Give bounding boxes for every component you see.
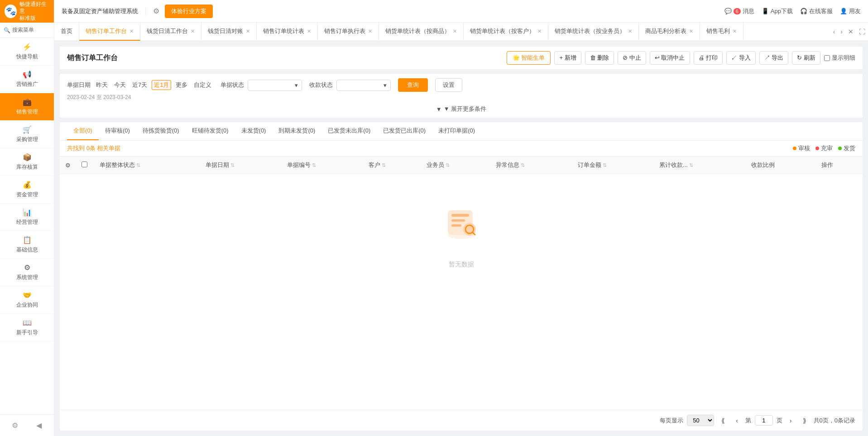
settings-bottom-btn[interactable]: ⚙ — [4, 418, 26, 432]
table-section: 全部(0)待审核(0)待拣货验货(0)旺铺待发货(0)未发货(0)到期未发货(0… — [60, 122, 863, 431]
collapse-btn[interactable]: ◀ — [28, 418, 51, 432]
display-detail-checkbox[interactable]: 显示明细 — [824, 54, 855, 62]
tab-close-sales-summary-product[interactable]: ✕ — [453, 28, 457, 34]
query-btn[interactable]: 查询 — [398, 78, 428, 92]
date-shortcut-today[interactable]: 今天 — [112, 80, 128, 90]
tab-next-btn[interactable]: › — [838, 24, 845, 39]
sub-tab-not-shipped[interactable]: 未发货(0) — [235, 122, 273, 140]
sub-tab-wangpu-pending[interactable]: 旺铺待发货(0) — [186, 122, 235, 140]
tab-close-all-btn[interactable]: ✕ — [845, 24, 856, 39]
review-action-btn[interactable]: 审核 — [793, 144, 810, 152]
page-input[interactable] — [755, 415, 773, 426]
pagination: 每页显示 10 20 50 100 ⟪ ‹ 第 页 › ⟫ — [660, 415, 855, 426]
page-size-select[interactable]: 10 20 50 100 — [687, 415, 714, 426]
unaudit-action-btn[interactable]: 充审 — [815, 144, 833, 152]
tab-close-cash-daily[interactable]: ✕ — [191, 28, 195, 34]
select-all-checkbox[interactable] — [82, 161, 87, 167]
tab-sales-profit[interactable]: 销售毛利✕ — [700, 23, 743, 41]
page-last-btn[interactable]: ⟫ — [799, 415, 810, 426]
tab-sales-stats[interactable]: 销售订单统计表✕ — [257, 23, 318, 41]
sidebar-item-purchase[interactable]: 🛒采购管理 — [0, 121, 54, 148]
tab-sales-exec[interactable]: 销售订单执行表✕ — [318, 23, 379, 41]
table-scroll[interactable]: ⚙ 单据整体状态⇅ 单据日期⇅ — [60, 156, 863, 410]
sub-tab-shipped-out[interactable]: 已发货已出库(0) — [377, 122, 432, 140]
nav-icon-sales: 💼 — [23, 98, 32, 106]
export-btn[interactable]: ↗ 导出 — [759, 51, 789, 65]
sub-tab-pending-check[interactable]: 待拣货验货(0) — [136, 122, 186, 140]
user-btn[interactable]: 👤 用友 — [840, 7, 861, 15]
sort-amount-icon[interactable]: ⇅ — [603, 162, 607, 168]
stop-btn[interactable]: ⊘ 中止 — [618, 51, 646, 65]
online-service-btn[interactable]: 🎧 在线客服 — [800, 7, 833, 15]
tab-sales-summary-product[interactable]: 销货单统计表（按商品）✕ — [379, 23, 464, 41]
tab-close-sales-summary-staff[interactable]: ✕ — [628, 28, 632, 34]
tab-close-gross-margin[interactable]: ✕ — [689, 28, 693, 34]
tab-home[interactable]: 首页 — [54, 23, 79, 41]
date-shortcut-last1m[interactable]: 近1月 — [152, 80, 171, 90]
page-prev-btn[interactable]: ‹ — [732, 415, 742, 426]
page-first-btn[interactable]: ⟪ — [718, 415, 729, 426]
tab-label-home: 首页 — [61, 27, 72, 35]
tab-close-sales-profit[interactable]: ✕ — [733, 28, 737, 34]
unaudit-dot — [815, 147, 819, 150]
import-btn[interactable]: ↙ 导入 — [726, 51, 756, 65]
sort-date-icon[interactable]: ⇅ — [230, 162, 235, 168]
refresh-btn[interactable]: ↻ 刷新 — [792, 51, 820, 65]
sub-tab-pending-review[interactable]: 待审核(0) — [99, 122, 136, 140]
sidebar-item-operations[interactable]: 📊经营管理 — [0, 204, 54, 231]
add-btn[interactable]: + 新增 — [554, 51, 581, 65]
tab-close-sales-workbench[interactable]: ✕ — [129, 28, 134, 34]
smart-create-btn[interactable]: 🌟 智能生单 — [507, 51, 551, 65]
set-btn[interactable]: 设置 — [435, 78, 462, 92]
sort-staff-icon[interactable]: ⇅ — [446, 162, 450, 168]
date-shortcut-last7[interactable]: 近7天 — [130, 80, 149, 90]
app-download-btn[interactable]: 📱 App下载 — [762, 7, 793, 15]
date-shortcut-yesterday[interactable]: 昨天 — [94, 80, 110, 90]
sidebar-item-cooperation[interactable]: 🤝企业协同 — [0, 286, 54, 314]
tab-sales-summary-staff[interactable]: 销货单统计表（按业务员）✕ — [548, 23, 639, 41]
page-next-btn[interactable]: › — [786, 415, 796, 426]
print-btn[interactable]: 🖨 打印 — [694, 51, 723, 65]
sub-tab-shipped-not-out[interactable]: 已发货未出库(0) — [321, 122, 377, 140]
tab-cash-daily[interactable]: 钱货日清工作台✕ — [140, 23, 201, 41]
sort-customer-icon[interactable]: ⇅ — [382, 162, 386, 168]
messages-btn[interactable]: 💬 6 消息 — [724, 7, 754, 15]
cancel-stop-btn[interactable]: ↩ 取消中止 — [650, 51, 690, 65]
date-shortcut-more[interactable]: 更多 — [174, 80, 189, 90]
sub-tab-overdue-unshipped[interactable]: 到期未发货(0) — [272, 122, 321, 140]
tab-close-sales-stats[interactable]: ✕ — [307, 28, 311, 34]
tab-gross-margin[interactable]: 商品毛利分析表✕ — [639, 23, 700, 41]
sub-tab-not-printed[interactable]: 未打印单据(0) — [432, 122, 481, 140]
ship-action-btn[interactable]: 发货 — [838, 144, 855, 152]
search-menu[interactable]: 🔍 搜索菜单 — [0, 23, 54, 38]
sub-tab-all[interactable]: 全部(0) — [67, 122, 99, 140]
expand-filter-btn[interactable]: ▼ ▼ 展开更多条件 — [67, 105, 855, 113]
sort-number-icon[interactable]: ⇅ — [312, 162, 316, 168]
sidebar-item-inventory[interactable]: 📦库存核算 — [0, 148, 54, 176]
tab-sales-summary-customer[interactable]: 销货单统计表（按客户）✕ — [464, 23, 548, 41]
tab-prev-btn[interactable]: ‹ — [830, 24, 838, 39]
tab-cash-reconcile[interactable]: 钱货日清对账✕ — [201, 23, 257, 41]
industry-btn[interactable]: 体验行业方案 — [165, 5, 213, 18]
delete-btn[interactable]: 🗑 删除 — [585, 51, 614, 65]
sort-collected-icon[interactable]: ⇅ — [689, 162, 693, 168]
sort-exception-icon[interactable]: ⇅ — [521, 162, 525, 168]
tab-close-sales-exec[interactable]: ✕ — [368, 28, 372, 34]
tab-sales-workbench[interactable]: 销售订单工作台✕ — [79, 23, 140, 41]
sort-status-icon[interactable]: ⇅ — [136, 162, 140, 168]
gear-icon[interactable]: ⚙ — [153, 7, 159, 15]
tab-close-sales-summary-customer[interactable]: ✕ — [537, 28, 542, 34]
settings-icon[interactable]: ⚙ — [65, 162, 71, 169]
sidebar-item-quick-nav[interactable]: ⚡快捷导航 — [0, 38, 54, 66]
payment-select[interactable]: ▾ — [336, 80, 391, 91]
tab-restore-btn[interactable]: ⛶ — [856, 24, 868, 39]
tab-close-cash-reconcile[interactable]: ✕ — [246, 28, 250, 34]
sidebar-item-basic-info[interactable]: 📋基础信息 — [0, 231, 54, 259]
sidebar-item-sales[interactable]: 💼销售管理 — [0, 93, 54, 121]
date-shortcut-custom[interactable]: 自定义 — [192, 80, 213, 90]
sidebar-item-finance[interactable]: 💰资金管理 — [0, 176, 54, 204]
sidebar-item-system[interactable]: ⚙系统管理 — [0, 259, 54, 286]
sidebar-item-guide[interactable]: 📖新手引导 — [0, 314, 54, 341]
sidebar-item-marketing[interactable]: 📢营销推广 — [0, 66, 54, 93]
status-select[interactable]: ▾ — [248, 80, 302, 91]
